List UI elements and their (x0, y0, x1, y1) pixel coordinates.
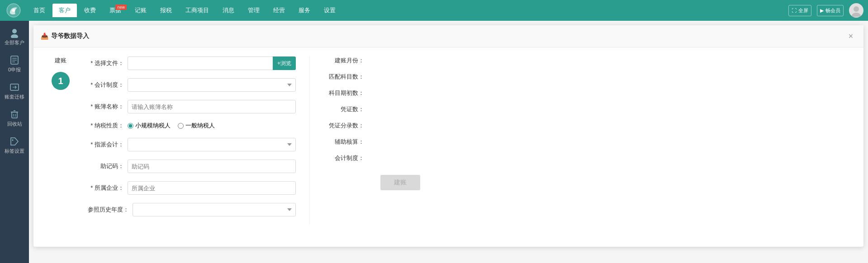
match-label: 匹配科目数： (319, 73, 364, 81)
company-input[interactable] (128, 181, 296, 195)
tax-small-input[interactable] (128, 123, 133, 129)
system-row: 会计制度： (319, 154, 481, 162)
voucher-row: 凭证数： (319, 105, 481, 113)
fullscreen-button[interactable]: ⛶ 全屏 (788, 5, 811, 16)
memo-label: 助记码： (88, 162, 124, 170)
svg-point-4 (12, 29, 17, 33)
import-icon: 📥 (41, 33, 48, 40)
build-account-button[interactable]: 建账 (380, 175, 420, 190)
dialog: 📥 导爷数据导入 × 建账 1 * 选择文件： (33, 25, 863, 247)
history-label: 参照历史年度： (88, 206, 129, 214)
dialog-header: 📥 导爷数据导入 × (33, 25, 863, 47)
vip-icon: ▶ (820, 8, 824, 14)
ledger-row: * 账簿名称： (88, 100, 296, 113)
trash-icon (9, 109, 19, 119)
tax-label: * 纳税性质： (88, 122, 124, 130)
sidebar-label-zero-report: 0申报 (8, 66, 21, 73)
svg-point-5 (11, 34, 18, 38)
migration-icon (9, 82, 19, 92)
ledger-input[interactable] (128, 100, 296, 113)
accountant-label: * 指派会计： (88, 141, 124, 149)
logo[interactable] (5, 1, 23, 19)
nav-message[interactable]: 消息 (216, 4, 241, 17)
sidebar-label-migration: 账套迁移 (5, 94, 24, 100)
accounting-label: * 会计制度： (88, 81, 124, 89)
voucher-label: 凭证数： (319, 105, 364, 113)
file-input[interactable] (128, 56, 273, 70)
sidebar-item-migration[interactable]: 账套迁移 (1, 79, 28, 104)
accounting-row: * 会计制度： (88, 78, 296, 92)
month-label: 建账月份： (319, 56, 364, 65)
main-content: 📥 导爷数据导入 × 建账 1 * 选择文件： (29, 21, 868, 263)
auxiliary-label: 辅助核算： (319, 138, 364, 146)
nav-bookkeeping[interactable]: 记账 (128, 4, 153, 17)
step-label: 建账 (55, 56, 66, 65)
build-btn-container: 建账 (319, 170, 481, 190)
close-button[interactable]: × (845, 31, 856, 42)
vip-button[interactable]: ▶ 畅会员 (817, 5, 844, 16)
form-section: * 选择文件： +浏览 * 会计制度： (88, 56, 296, 225)
auxiliary-row: 辅助核算： (319, 138, 481, 146)
period-row: 科目期初数： (319, 89, 481, 97)
top-navigation: 首页 客户 收费 票据 new 记账 报税 工商项目 消息 管理 经营 服务 设… (0, 0, 868, 21)
company-row: * 所属企业： (88, 181, 296, 195)
svg-rect-11 (12, 112, 17, 118)
nav-invoice[interactable]: 票据 new (103, 4, 128, 17)
file-input-group: +浏览 (128, 56, 296, 70)
nav-home[interactable]: 首页 (27, 4, 52, 17)
dialog-title-text: 导爷数据导入 (51, 32, 89, 40)
sidebar-label-customers: 全部客户 (5, 39, 24, 46)
browse-button[interactable]: +浏览 (273, 56, 296, 70)
nav-customer[interactable]: 客户 (52, 4, 77, 17)
memo-input[interactable] (128, 160, 296, 173)
tax-radio-group: 小规模纳税人 一般纳税人 (128, 122, 296, 130)
nav-manage[interactable]: 管理 (242, 4, 266, 17)
nav-operation[interactable]: 经营 (267, 4, 291, 17)
sidebar-item-all-customers[interactable]: 全部客户 (1, 24, 28, 50)
history-row: 参照历史年度： (88, 203, 296, 216)
file-row: * 选择文件： +浏览 (88, 56, 296, 70)
fullscreen-label: 全屏 (798, 7, 808, 14)
system-label: 会计制度： (319, 154, 364, 162)
match-row: 匹配科目数： (319, 73, 481, 81)
sidebar-item-tag-settings[interactable]: 标签设置 (1, 133, 28, 158)
nav-fee[interactable]: 收费 (78, 4, 102, 17)
tag-icon (9, 136, 19, 146)
memo-row: 助记码： (88, 160, 296, 173)
nav-service[interactable]: 服务 (292, 4, 317, 17)
sidebar-label-tags: 标签设置 (5, 148, 24, 155)
nav-settings[interactable]: 设置 (318, 4, 342, 17)
sidebar-item-recycle[interactable]: 回收站 (1, 106, 28, 131)
sidebar: 全部客户 0申报 账套迁移 (0, 21, 29, 263)
step-circle: 1 (52, 72, 70, 90)
avatar[interactable] (849, 3, 863, 18)
person-icon (9, 28, 19, 38)
new-badge: new (115, 5, 127, 10)
period-label: 科目期初数： (319, 89, 364, 97)
voucher-records-row: 凭证分录数： (319, 122, 481, 130)
tax-general-label: 一般纳税人 (185, 122, 215, 130)
tax-row: * 纳税性质： 小规模纳税人 一般纳税人 (88, 122, 296, 130)
voucher-records-label: 凭证分录数： (319, 122, 364, 130)
svg-point-16 (12, 140, 14, 141)
accountant-select[interactable] (128, 138, 296, 151)
sidebar-item-zero-report[interactable]: 0申报 (1, 52, 28, 77)
tax-small-label: 小规模纳税人 (135, 122, 171, 130)
nav-tax[interactable]: 报税 (154, 4, 178, 17)
vip-label: 畅会员 (825, 7, 840, 14)
nav-items: 首页 客户 收费 票据 new 记账 报税 工商项目 消息 管理 经营 服务 设… (27, 4, 788, 17)
tax-general-radio[interactable]: 一般纳税人 (178, 122, 215, 130)
fullscreen-icon: ⛶ (792, 8, 797, 13)
svg-point-1 (12, 9, 15, 12)
ledger-label: * 账簿名称： (88, 103, 124, 111)
tax-general-input[interactable] (178, 123, 184, 129)
tax-small-radio[interactable]: 小规模纳税人 (128, 122, 171, 130)
info-section: 建账月份： 匹配科目数： 科目期初数： 凭证数： (309, 56, 481, 225)
report-icon (9, 55, 19, 65)
accounting-select[interactable] (128, 78, 296, 92)
history-select[interactable] (133, 203, 296, 216)
nav-business[interactable]: 工商项目 (179, 4, 215, 17)
nav-right: ⛶ 全屏 ▶ 畅会员 (788, 3, 863, 18)
file-label: * 选择文件： (88, 59, 124, 67)
dialog-body: 建账 1 * 选择文件： +浏览 * 会计制度： (33, 47, 863, 234)
